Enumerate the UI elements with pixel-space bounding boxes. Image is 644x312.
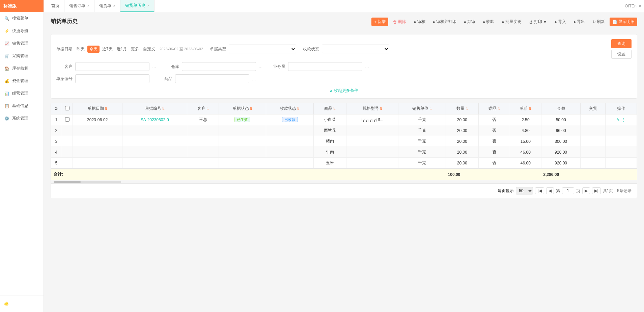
delete-button[interactable]: 🗑 删除 [390, 18, 409, 26]
batch-change-button[interactable]: ● 批量变更 [499, 18, 524, 26]
date-btn-1month[interactable]: 近1月 [115, 46, 129, 53]
export-button[interactable]: ● 导出 [571, 18, 588, 26]
col-pay-status[interactable]: 收款状态⇅ [266, 103, 314, 114]
row-spec-type [346, 136, 398, 147]
row-doc-no[interactable] [122, 136, 187, 147]
customer-input[interactable] [75, 62, 149, 71]
col-goods[interactable]: 商品⇅ [314, 103, 346, 114]
row-doc-no[interactable]: SA-20230602-0 [122, 114, 187, 125]
abandon-button[interactable]: ● 弃审 [461, 18, 478, 26]
close-sales-order-icon[interactable]: × [87, 4, 89, 8]
salesperson-dots[interactable]: ... [365, 64, 369, 69]
row-checkbox[interactable] [65, 117, 69, 122]
col-doc-no[interactable]: 单据编号⇅ [122, 103, 187, 114]
date-btn-custom[interactable]: 自定义 [142, 46, 157, 53]
page-label-pre: 第 [556, 188, 560, 194]
close-sales-history-icon[interactable]: × [147, 4, 149, 7]
filter-customer-item: 客户 ... [56, 62, 156, 71]
docno-input[interactable] [75, 74, 149, 83]
sidebar-bottom-icon1[interactable]: 🌟 [0, 298, 44, 309]
sidebar-item-ops-mgmt[interactable]: 📊 经营管理 [0, 87, 44, 100]
table-row: 1 2023-06-02 SA-20230602-0 王总 已生效 已收款 小白… [51, 114, 637, 125]
goods-input[interactable] [175, 74, 249, 83]
sidebar-item-basic-info[interactable]: 📋 基础信息 [0, 100, 44, 112]
edit-action-btn[interactable]: ✎ [615, 118, 621, 122]
sidebar-logo: 标准版 [0, 0, 44, 12]
doc-type-select[interactable] [229, 45, 296, 53]
row-doc-no[interactable] [122, 147, 187, 158]
tab-sales-history-label: 销货单历史 [125, 3, 145, 8]
header-right: OfTEn × [625, 3, 641, 9]
row-sales-unit: 千克 [398, 136, 446, 147]
prev-page-btn[interactable]: ◀ [546, 187, 554, 194]
tab-sales-order-label: 销售订单 [69, 3, 85, 9]
warehouse-input[interactable] [182, 62, 256, 71]
col-gift[interactable]: 赠品⇅ [478, 103, 510, 114]
col-quantity[interactable]: 数量⇅ [446, 103, 479, 114]
doc-no-link[interactable]: SA-20230602-0 [141, 118, 169, 122]
row-trade [581, 125, 605, 136]
settings-icon[interactable]: ⚙ [54, 106, 58, 111]
pay-status-select[interactable] [322, 45, 389, 53]
settings-button[interactable]: 设置 [611, 50, 632, 59]
date-btn-yesterday[interactable]: 昨天 [75, 46, 86, 53]
customer-dots[interactable]: ... [152, 64, 156, 69]
goods-dots[interactable]: ... [252, 76, 256, 81]
date-btn-more[interactable]: 更多 [130, 46, 140, 53]
first-page-btn[interactable]: |◀ [535, 187, 544, 194]
salesperson-input[interactable] [288, 62, 362, 71]
col-customer[interactable]: 客户⇅ [187, 103, 219, 114]
row-amount: 920.00 [541, 158, 580, 169]
tab-sales-history[interactable]: 销货单历史 × [120, 0, 155, 12]
collect-button[interactable]: ● 收款 [480, 18, 497, 26]
row-sales-unit: 千克 [398, 158, 446, 169]
row-spec-type [346, 125, 398, 136]
sidebar-item-finance-mgmt[interactable]: 💰 资金管理 [0, 75, 44, 87]
date-range-btns: 昨天 今天 近7天 近1月 更多 自定义 [75, 46, 157, 53]
horizontal-scrollbar[interactable] [51, 180, 637, 183]
sidebar-item-inventory[interactable]: 🏠 库存核算 [0, 62, 44, 75]
tab-sales-order[interactable]: 销售订单 × [64, 0, 94, 12]
date-btn-7days[interactable]: 近7天 [101, 46, 114, 53]
tab-home[interactable]: 首页 [47, 0, 64, 12]
import-button[interactable]: ● 导入 [552, 18, 569, 26]
col-doc-date[interactable]: 单据日期⇅ [73, 103, 122, 114]
col-unit-price[interactable]: 单价⇅ [510, 103, 541, 114]
audit-print-button[interactable]: ● 审核并打印 [430, 18, 459, 26]
scrollbar-thumb[interactable] [54, 181, 81, 183]
date-btn-today[interactable]: 今天 [87, 46, 100, 53]
page-size-label: 每页显示 [498, 188, 514, 194]
col-sales-unit[interactable]: 销售单位⇅ [398, 103, 446, 114]
refresh-button[interactable]: ↻ 刷新 [590, 18, 608, 26]
row-doc-no[interactable] [122, 158, 187, 169]
row-amount: 96.00 [541, 125, 580, 136]
sidebar-item-quick-nav[interactable]: ⚡ 快捷导航 [0, 25, 44, 37]
col-checkbox [62, 103, 73, 114]
page-size-select[interactable]: 50 20 100 [516, 187, 533, 194]
sidebar-item-sales-mgmt[interactable]: 📈 销售管理 [0, 37, 44, 50]
col-spec-type[interactable]: 规格型号⇅ [346, 103, 398, 114]
last-page-btn[interactable]: ▶| [592, 187, 601, 194]
col-settings[interactable]: ⚙ [51, 103, 62, 114]
show-detail-button[interactable]: 📄 显示明细 [610, 18, 637, 26]
query-button[interactable]: 查询 [611, 39, 632, 48]
next-page-btn[interactable]: ▶ [582, 187, 590, 194]
warehouse-dots[interactable]: ... [259, 64, 263, 69]
sidebar-item-sys-mgmt[interactable]: ⚙️ 系统管理 [0, 112, 44, 125]
col-doc-status[interactable]: 单据状态⇅ [219, 103, 266, 114]
sidebar-item-search-menu[interactable]: 🔍 搜索菜单 [0, 12, 44, 25]
more-action-btn[interactable]: ⋮ [621, 118, 627, 122]
collapse-btn[interactable]: ∧ 收起更多条件 [56, 86, 632, 94]
audit-button[interactable]: ● 审核 [411, 18, 428, 26]
tab-sales-goods[interactable]: 销货单 × [94, 0, 120, 12]
select-all-checkbox[interactable] [65, 106, 69, 110]
sidebar-item-purchase-mgmt[interactable]: 🛒 采购管理 [0, 50, 44, 62]
close-sales-goods-icon[interactable]: × [113, 4, 115, 8]
close-window-icon[interactable]: × [639, 3, 641, 9]
add-button[interactable]: + 新增 [371, 18, 388, 26]
page-input[interactable] [562, 187, 574, 194]
warehouse-label: 仓库 [163, 64, 179, 70]
row-doc-no[interactable] [122, 125, 187, 136]
print-button[interactable]: 🖨 打印 ▼ [526, 18, 550, 26]
row-spec-type [346, 158, 398, 169]
